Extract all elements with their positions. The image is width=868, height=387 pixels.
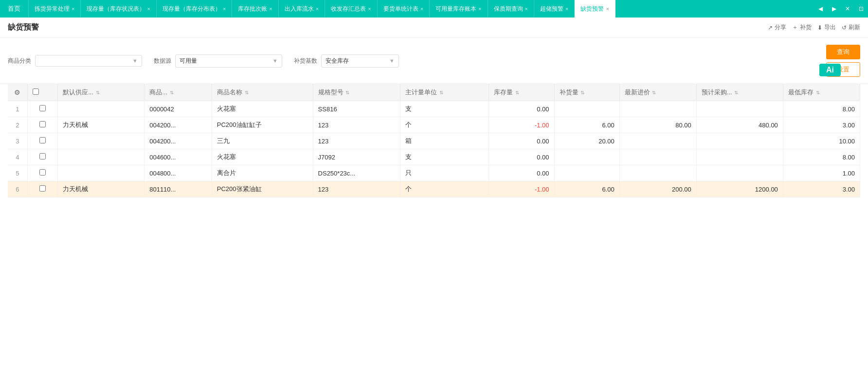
cell-checkbox-3[interactable]	[27, 149, 58, 165]
tab-demand-stat[interactable]: 要货单统计表×	[378, 0, 430, 18]
query-button[interactable]: 查询	[826, 45, 860, 59]
cell-unit-3: 支	[400, 149, 489, 165]
replenish-base-select[interactable]: 安全库存 ▼	[321, 54, 399, 68]
sort-icon-est_purchase: ⇅	[733, 90, 739, 95]
row-checkbox-2[interactable]	[39, 137, 46, 143]
tab-close-icon-overstock-warning[interactable]: ×	[565, 6, 568, 12]
cell-spec-2: 123	[313, 133, 400, 149]
tab-prev-btn[interactable]: ◀	[814, 0, 827, 18]
tab-recv-summary[interactable]: 收发存汇总表×	[325, 0, 377, 18]
column-est_purchase[interactable]: 预计采购... ⇅	[696, 84, 783, 101]
category-label: 商品分类	[8, 57, 31, 65]
sort-icon-latest_price: ⇅	[651, 90, 656, 95]
cell-stock-2: 0.00	[489, 133, 554, 149]
column-spec[interactable]: 规格型号 ⇅	[313, 84, 400, 101]
tab-close-icon-defect-process[interactable]: ×	[72, 6, 74, 12]
column-default_supplier[interactable]: 默认供应... ⇅	[58, 84, 145, 101]
cell-checkbox-2[interactable]	[27, 133, 58, 149]
column-label-est_purchase: 预计采购...	[702, 88, 732, 96]
column-label-latest_price: 最新进价	[625, 88, 650, 96]
cell-seq-2: 3	[8, 133, 27, 149]
cell-name-4: 离合片	[212, 165, 313, 181]
cell-est-purchase-3	[696, 149, 783, 165]
cell-code-3: 004600...	[145, 149, 212, 165]
tab-close-icon-inout-flow[interactable]: ×	[316, 6, 319, 12]
tab-close-icon-recv-summary[interactable]: ×	[368, 6, 371, 12]
cell-checkbox-5[interactable]	[27, 181, 58, 197]
gear-icon[interactable]: ⚙	[14, 88, 20, 96]
cell-stock-5: -1.00	[489, 181, 554, 197]
tab-next-btn[interactable]: ▶	[827, 0, 841, 18]
tab-close-icon-demand-stat[interactable]: ×	[420, 6, 423, 12]
share-btn[interactable]: ↗分享	[768, 23, 786, 32]
column-checkbox[interactable]	[27, 84, 58, 101]
column-product_name[interactable]: 商品名称 ⇅	[212, 84, 313, 101]
tab-close-icon-inventory-status[interactable]: ×	[147, 6, 150, 12]
ai-badge[interactable]: Ai	[819, 64, 841, 76]
cell-spec-3: J7092	[313, 149, 400, 165]
cell-spec-5: 123	[313, 181, 400, 197]
tab-overstock-warning[interactable]: 超储预警×	[534, 0, 575, 18]
tab-close-icon-expiry-query[interactable]: ×	[525, 6, 528, 12]
column-unit[interactable]: 主计量单位 ⇅	[400, 84, 489, 101]
cell-checkbox-4[interactable]	[27, 165, 58, 181]
column-latest_price[interactable]: 最新进价 ⇅	[619, 84, 696, 101]
column-replenish_qty[interactable]: 补货量 ⇅	[554, 84, 619, 101]
sort-icon-unit: ⇅	[438, 90, 443, 95]
sort-icon-spec: ⇅	[344, 90, 350, 95]
sort-icon-default_supplier: ⇅	[94, 90, 100, 95]
column-settings[interactable]: ⚙	[8, 84, 27, 101]
tab-defect-process[interactable]: 拣货异常处理×	[29, 0, 81, 18]
column-label-spec: 规格型号	[318, 88, 344, 96]
refresh-btn[interactable]: ↺刷新	[842, 23, 860, 32]
tab-expand-btn[interactable]: ⊡	[854, 0, 868, 18]
tab-expiry-query[interactable]: 保质期查询×	[488, 0, 534, 18]
datasource-select[interactable]: 可用量 ▼	[175, 54, 282, 68]
table-wrap: ⚙默认供应... ⇅商品... ⇅商品名称 ⇅规格型号 ⇅主计量单位 ⇅库存量 …	[0, 84, 868, 197]
filter-area: 商品分类 ▼ 数据源 可用量 ▼ 补货基数 安全库存 ▼ 查询 设置	[0, 38, 868, 84]
cell-replenish-0	[554, 101, 619, 117]
cell-price-5: 200.00	[619, 181, 696, 197]
row-checkbox-0[interactable]	[39, 105, 46, 111]
row-checkbox-5[interactable]	[39, 185, 46, 192]
cell-est-purchase-4	[696, 165, 783, 181]
cell-price-0	[619, 101, 696, 117]
filter-datasource: 数据源 可用量 ▼	[154, 54, 282, 68]
cell-supplier-2	[58, 133, 145, 149]
tab-close-icon-available-ledger[interactable]: ×	[478, 6, 481, 12]
row-checkbox-1[interactable]	[39, 121, 46, 127]
tab-shortage-warning[interactable]: 缺货预警×	[575, 0, 615, 18]
tab-close-icon-batch-account[interactable]: ×	[269, 6, 272, 12]
tab-batch-account[interactable]: 库存批次账×	[232, 0, 278, 18]
cell-unit-0: 支	[400, 101, 489, 117]
tab-inventory-status[interactable]: 现存量（库存状况表）×	[81, 0, 156, 18]
replenish-base-chevron-icon: ▼	[389, 58, 395, 64]
export-btn[interactable]: ⬇导出	[817, 23, 836, 32]
cell-est-purchase-5: 1200.00	[696, 181, 783, 197]
tab-home[interactable]: 首页	[0, 0, 29, 18]
datasource-chevron-icon: ▼	[272, 58, 278, 64]
column-product_code[interactable]: 商品... ⇅	[145, 84, 212, 101]
cell-checkbox-1[interactable]	[27, 117, 58, 133]
cell-code-4: 004800...	[145, 165, 212, 181]
category-select[interactable]: ▼	[35, 55, 142, 67]
column-min_stock[interactable]: 最低库存 ⇅	[783, 84, 860, 101]
tab-close-icon-inventory-dist[interactable]: ×	[223, 6, 226, 12]
tab-available-ledger[interactable]: 可用量库存账本×	[430, 0, 488, 18]
cell-checkbox-0[interactable]	[27, 101, 58, 117]
tab-inout-flow[interactable]: 出入库流水×	[279, 0, 325, 18]
tab-inventory-dist[interactable]: 现存量（库存分布表）×	[157, 0, 232, 18]
filter-category: 商品分类 ▼	[8, 55, 142, 67]
tab-label-expiry-query: 保质期查询	[494, 5, 523, 13]
tab-close-icon-shortage-warning[interactable]: ×	[606, 6, 609, 12]
column-label-default_supplier: 默认供应...	[63, 88, 93, 96]
cell-unit-5: 个	[400, 181, 489, 197]
select-all-checkbox[interactable]	[33, 88, 39, 95]
page-title: 缺货预警	[8, 22, 39, 33]
column-stock_qty[interactable]: 库存量 ⇅	[489, 84, 554, 101]
row-checkbox-3[interactable]	[39, 153, 46, 159]
cell-unit-4: 只	[400, 165, 489, 181]
row-checkbox-4[interactable]	[39, 169, 46, 176]
tab-close-btn[interactable]: ✕	[841, 0, 854, 18]
restock-btn[interactable]: ＋补货	[792, 23, 812, 32]
